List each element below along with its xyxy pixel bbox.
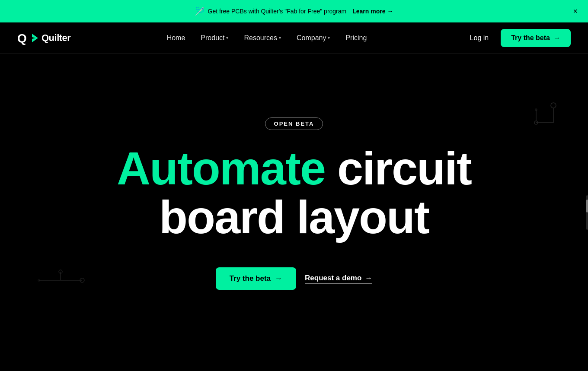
navbar-logo[interactable]: Q Quilter (17, 30, 70, 46)
nav-links: Home Product ▾ Resources ▾ Company ▾ Pri… (161, 31, 373, 45)
nav-label-pricing: Pricing (345, 34, 367, 42)
hero-try-beta-label: Try the beta (230, 274, 271, 283)
chevron-down-icon: ▾ (226, 35, 228, 40)
hero-request-demo-button[interactable]: Request a demo → (305, 274, 372, 284)
nav-link-resources[interactable]: Resources ▾ (238, 31, 287, 45)
logo-mark: Q (17, 30, 38, 46)
logo-text: Quilter (42, 32, 70, 44)
scroll-thumb (586, 200, 588, 212)
nav-item-pricing: Pricing (339, 31, 373, 45)
nav-label-home: Home (167, 34, 185, 42)
announcement-text: Get free PCBs with Quilter's "Fab for Fr… (208, 8, 347, 15)
circuit-decoration-top-right (527, 97, 562, 131)
announcement-bar: 🪡 Get free PCBs with Quilter's "Fab for … (0, 0, 588, 22)
navbar: Q Quilter Home Product ▾ Resources ▾ (0, 22, 588, 54)
try-beta-arrow: → (553, 34, 560, 42)
hero-request-demo-label: Request a demo (305, 274, 361, 282)
chevron-down-icon-company: ▾ (328, 35, 330, 40)
svg-point-5 (534, 121, 538, 124)
bar-content: 🪡 Get free PCBs with Quilter's "Fab for … (195, 6, 393, 16)
svg-marker-1 (32, 34, 38, 42)
svg-point-2 (551, 103, 556, 108)
nav-link-product[interactable]: Product ▾ (195, 31, 234, 45)
hero-try-beta-arrow: → (275, 274, 282, 283)
svg-point-7 (535, 108, 537, 111)
nav-link-home[interactable]: Home (161, 31, 192, 45)
announcement-close-button[interactable]: × (571, 6, 579, 17)
hero-request-demo-arrow: → (365, 274, 372, 282)
announcement-link-arrow: → (387, 8, 393, 15)
nav-item-resources: Resources ▾ (238, 31, 287, 45)
hero-heading-white-1: circuit (325, 142, 471, 194)
nav-label-resources: Resources (244, 34, 277, 42)
hero-heading: Automate circuit board layout (117, 144, 471, 242)
nav-item-company: Company ▾ (291, 31, 336, 45)
svg-point-13 (38, 279, 40, 282)
hero-heading-white-2: board layout (159, 191, 429, 243)
quilter-logo-svg: Q (17, 30, 38, 46)
hero-section: OPEN BETA Automate circuit board layout … (0, 54, 588, 371)
nav-link-company[interactable]: Company ▾ (291, 31, 336, 45)
chevron-down-icon-resources: ▾ (279, 35, 281, 40)
try-beta-label: Try the beta (511, 34, 550, 42)
nav-label-product: Product (201, 34, 224, 42)
try-beta-button[interactable]: Try the beta → (501, 29, 571, 47)
open-beta-badge: OPEN BETA (265, 117, 323, 130)
hero-try-beta-button[interactable]: Try the beta → (216, 267, 296, 290)
circuit-decoration-bottom-left (35, 267, 86, 293)
svg-point-12 (80, 278, 84, 282)
navbar-actions: Log in Try the beta → (463, 29, 571, 47)
announcement-icon: 🪡 (195, 6, 205, 16)
nav-item-product: Product ▾ (195, 31, 234, 45)
nav-item-home: Home (161, 31, 192, 45)
login-button[interactable]: Log in (463, 31, 496, 45)
svg-point-10 (59, 270, 62, 273)
announcement-link[interactable]: Learn more → (352, 8, 393, 15)
nav-link-pricing[interactable]: Pricing (339, 31, 373, 45)
nav-label-company: Company (297, 34, 326, 42)
svg-text:Q: Q (17, 32, 27, 45)
hero-heading-green: Automate (117, 142, 325, 194)
hero-ctas: Try the beta → Request a demo → (216, 267, 373, 290)
announcement-link-label: Learn more (352, 8, 385, 15)
scroll-indicator (586, 195, 588, 230)
